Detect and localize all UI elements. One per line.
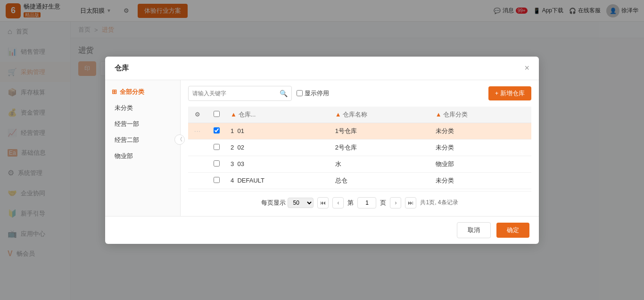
modal-sidebar-unclassified[interactable]: 未分类: [105, 100, 180, 116]
row-code: 4 DEFAULT: [226, 172, 330, 189]
row-name: 水: [330, 156, 431, 172]
table-row[interactable]: 4 DEFAULT 总仓 未分类: [188, 172, 531, 189]
row-code: 1 01: [226, 123, 330, 139]
page-number-input[interactable]: [357, 197, 376, 208]
row-checkbox-cell: [207, 156, 226, 172]
cancel-button[interactable]: 取消: [457, 222, 491, 238]
col-header-category[interactable]: ▲ 仓库分类: [431, 107, 531, 123]
pagination: 每页显示 50 100 200 ⏮ ‹ 第 页 › ⏭ 共1页, 4条记录: [188, 191, 531, 210]
row-actions: [188, 139, 207, 156]
next-page-button[interactable]: ›: [390, 197, 401, 208]
row-category: 物业部: [431, 156, 531, 172]
col-header-checkbox: [207, 107, 226, 123]
col-header-code[interactable]: ▲ 仓库...: [226, 107, 330, 123]
modal-sidebar: ⊞ 全部分类 未分类 经营一部 经营二部 物业部 《: [105, 80, 181, 216]
col-header-name[interactable]: ▲ 仓库名称: [330, 107, 431, 123]
table-row[interactable]: 3 03 水 物业部: [188, 156, 531, 172]
page-size-select: 每页显示 50 100 200: [261, 198, 314, 208]
row-actions: [188, 172, 207, 189]
row-checkbox[interactable]: [214, 127, 220, 133]
row-name: 1号仓库: [330, 123, 431, 139]
warehouse-modal: 仓库 × ⊞ 全部分类 未分类 经营一部 经营二部 物业部 《: [105, 57, 539, 244]
sidebar-collapse-button[interactable]: 《: [174, 134, 185, 145]
modal-sidebar-dept2[interactable]: 经营二部: [105, 132, 180, 148]
row-name: 2号仓库: [330, 139, 431, 156]
table-row[interactable]: 2 02 2号仓库 未分类: [188, 139, 531, 156]
modal-overlay: 仓库 × ⊞ 全部分类 未分类 经营一部 经营二部 物业部 《: [0, 0, 644, 300]
select-all-checkbox[interactable]: [214, 111, 220, 117]
modal-header: 仓库 ×: [105, 57, 539, 80]
settings-col-icon: ⚙: [195, 111, 200, 118]
search-input-wrap[interactable]: 🔍: [188, 86, 292, 101]
row-checkbox-cell: [207, 123, 226, 139]
row-name: 总仓: [330, 172, 431, 189]
confirm-button[interactable]: 确定: [496, 223, 529, 238]
warehouse-table: ⚙ ▲ 仓库... ▲: [188, 107, 531, 189]
page-size-dropdown[interactable]: 50 100 200: [288, 198, 314, 208]
row-actions: [188, 156, 207, 172]
grid-icon: ⊞: [112, 88, 117, 95]
col-header-settings: ⚙: [188, 107, 207, 123]
row-code: 3 03: [226, 156, 330, 172]
sort-icon-name: ▲: [335, 111, 341, 118]
table-row[interactable]: ··· 1 01 1号仓库 未分类: [188, 123, 531, 139]
last-page-button[interactable]: ⏭: [405, 197, 416, 208]
sort-icon-category: ▲: [436, 111, 442, 118]
row-code: 2 02: [226, 139, 330, 156]
modal-toolbar: 🔍 显示停用 + 新增仓库: [188, 86, 531, 101]
row-checkbox-cell: [207, 139, 226, 156]
row-category: 未分类: [431, 123, 531, 139]
modal-title: 仓库: [115, 64, 129, 73]
sort-icon-code: ▲: [231, 111, 237, 118]
modal-sidebar-dept1[interactable]: 经营一部: [105, 116, 180, 132]
first-page-button[interactable]: ⏮: [317, 197, 329, 208]
prev-page-button[interactable]: ‹: [332, 197, 344, 208]
show-disabled-checkbox[interactable]: [297, 90, 303, 96]
row-checkbox[interactable]: [214, 144, 220, 150]
modal-main: 🔍 显示停用 + 新增仓库 ⚙: [181, 80, 539, 216]
modal-table: ⚙ ▲ 仓库... ▲: [188, 107, 531, 189]
row-category: 未分类: [431, 172, 531, 189]
modal-body: ⊞ 全部分类 未分类 经营一部 经营二部 物业部 《 🔍: [105, 80, 539, 216]
modal-footer: 取消 确定: [105, 216, 539, 244]
row-checkbox[interactable]: [214, 160, 220, 167]
row-checkbox-cell: [207, 172, 226, 189]
table-body: ··· 1 01 1号仓库 未分类 2 02 2号仓库 未分类: [188, 123, 531, 189]
show-disabled-label: 显示停用: [297, 89, 329, 98]
table-header-row: ⚙ ▲ 仓库... ▲: [188, 107, 531, 123]
row-actions-icon[interactable]: ···: [194, 127, 201, 134]
modal-sidebar-all-category[interactable]: ⊞ 全部分类: [105, 84, 180, 100]
search-input[interactable]: [192, 90, 280, 97]
add-warehouse-button[interactable]: + 新增仓库: [488, 86, 531, 100]
row-checkbox[interactable]: [214, 177, 220, 183]
search-icon[interactable]: 🔍: [280, 90, 288, 97]
modal-close-button[interactable]: ×: [524, 63, 529, 73]
modal-sidebar-property[interactable]: 物业部: [105, 148, 180, 164]
page-info: 共1页, 4条记录: [420, 199, 458, 207]
row-category: 未分类: [431, 139, 531, 156]
row-actions: ···: [188, 123, 207, 139]
